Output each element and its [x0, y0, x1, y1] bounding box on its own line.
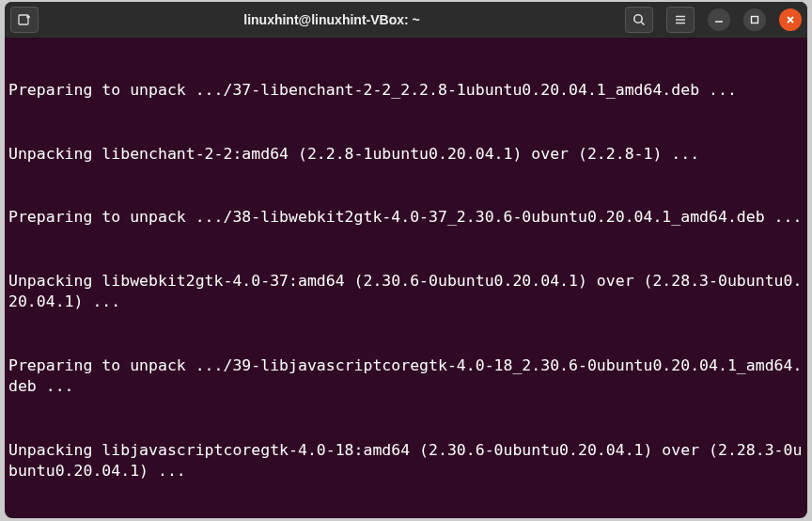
svg-rect-9: [752, 17, 758, 24]
titlebar-right: [625, 7, 802, 33]
maximize-button[interactable]: [743, 8, 766, 31]
menu-button[interactable]: [666, 7, 695, 33]
terminal-line: Preparing to unpack .../39-libjavascript…: [8, 355, 804, 398]
terminal-line: Unpacking libenchant-2-2:amd64 (2.2.8-1u…: [8, 144, 804, 166]
terminal-window: linuxhint@linuxhint-VBox: ~: [5, 2, 807, 518]
maximize-icon: [749, 14, 760, 25]
terminal-line: Unpacking libjavascriptcoregtk-4.0-18:am…: [8, 440, 804, 482]
terminal-output[interactable]: Preparing to unpack .../37-libenchant-2-…: [5, 38, 807, 518]
minimize-icon: [713, 14, 725, 25]
new-tab-button[interactable]: [10, 7, 39, 33]
close-icon: [785, 14, 796, 25]
search-icon: [632, 12, 647, 27]
titlebar-left: [10, 7, 39, 33]
terminal-line: Unpacking libwebkit2gtk-4.0-37:amd64 (2.…: [8, 271, 804, 313]
svg-point-3: [634, 15, 642, 23]
terminal-line: Preparing to unpack .../37-libenchant-2-…: [8, 80, 804, 102]
hamburger-icon: [673, 12, 688, 27]
svg-line-4: [641, 22, 644, 24]
close-button[interactable]: [779, 8, 802, 31]
window-title: linuxhint@linuxhint-VBox: ~: [44, 12, 619, 27]
titlebar: linuxhint@linuxhint-VBox: ~: [5, 2, 807, 38]
terminal-line: Preparing to unpack .../38-libwebkit2gtk…: [8, 207, 804, 229]
minimize-button[interactable]: [708, 8, 730, 31]
new-tab-icon: [17, 12, 32, 27]
search-button[interactable]: [625, 7, 653, 33]
